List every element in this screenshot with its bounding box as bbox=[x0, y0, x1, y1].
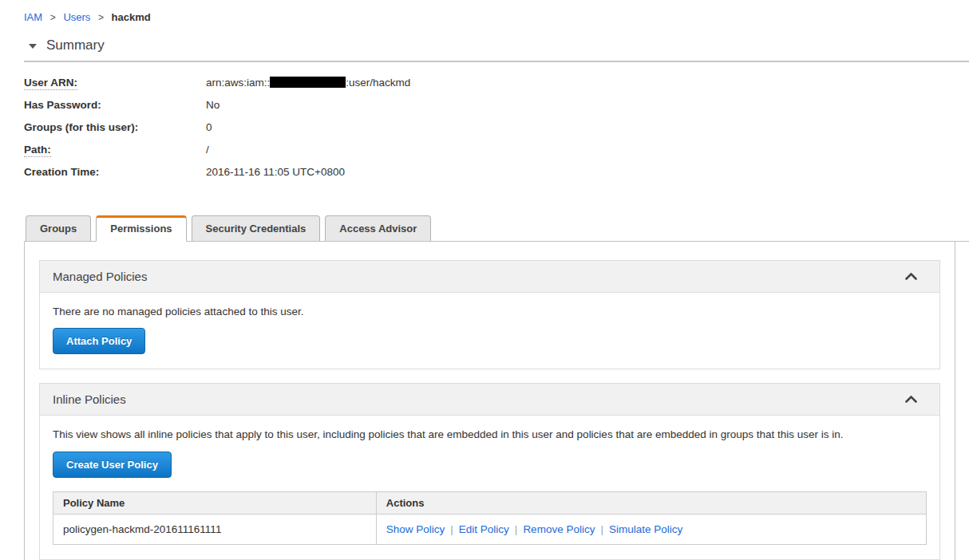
policy-name-column-header: Policy Name bbox=[53, 492, 377, 515]
breadcrumb-current-user: hackmd bbox=[112, 11, 151, 23]
show-policy-link[interactable]: Show Policy bbox=[386, 523, 445, 535]
inline-policies-header[interactable]: Inline Policies bbox=[40, 384, 939, 416]
breadcrumb-link-iam[interactable]: IAM bbox=[24, 11, 42, 23]
summary-row-creation-time: Creation Time: 2016-11-16 11:05 UTC+0800 bbox=[24, 161, 969, 183]
managed-policies-title: Managed Policies bbox=[53, 270, 147, 283]
breadcrumb-separator: > bbox=[50, 12, 56, 23]
summary-row-groups: Groups (for this user): 0 bbox=[24, 116, 969, 139]
tab-permissions[interactable]: Permissions bbox=[96, 215, 186, 242]
tab-bar: Groups Permissions Security Credentials … bbox=[24, 215, 969, 242]
summary-fields: User ARN: arn:aws:iam:::user/hackmd Has … bbox=[24, 72, 969, 183]
simulate-policy-link[interactable]: Simulate Policy bbox=[609, 523, 682, 535]
summary-row-user-arn: User ARN: arn:aws:iam:::user/hackmd bbox=[24, 72, 969, 94]
actions-cell: Show Policy|Edit Policy|Remove Policy|Si… bbox=[376, 515, 926, 545]
managed-policies-header[interactable]: Managed Policies bbox=[40, 261, 939, 293]
inline-policies-body: This view shows all inline policies that… bbox=[40, 416, 939, 559]
table-header-row: Policy Name Actions bbox=[53, 492, 927, 515]
managed-policies-empty-text: There are no managed policies attached t… bbox=[53, 306, 927, 317]
summary-row-has-password: Has Password: No bbox=[24, 94, 969, 116]
has-password-label: Has Password: bbox=[24, 99, 101, 111]
breadcrumb: IAM > Users > hackmd bbox=[0, 0, 969, 23]
tab-access-advisor[interactable]: Access Advisor bbox=[325, 215, 431, 241]
remove-policy-link[interactable]: Remove Policy bbox=[523, 523, 595, 535]
policy-name-cell: policygen-hackmd-201611161111 bbox=[53, 515, 377, 545]
table-row: policygen-hackmd-201611161111 Show Polic… bbox=[53, 515, 927, 545]
edit-policy-link[interactable]: Edit Policy bbox=[459, 523, 509, 535]
attach-policy-button[interactable]: Attach Policy bbox=[53, 328, 145, 354]
create-user-policy-button[interactable]: Create User Policy bbox=[53, 452, 172, 478]
user-arn-label: User ARN: bbox=[24, 77, 77, 90]
summary-toggle[interactable]: Summary bbox=[24, 37, 168, 53]
creation-time-label: Creation Time: bbox=[24, 166, 99, 178]
managed-policies-section: Managed Policies There are no managed po… bbox=[39, 260, 940, 369]
redacted-account-id bbox=[270, 77, 346, 88]
summary-divider bbox=[24, 61, 969, 62]
has-password-value: No bbox=[206, 94, 220, 116]
inline-policies-section: Inline Policies This view shows all inli… bbox=[39, 383, 940, 560]
chevron-up-icon[interactable] bbox=[905, 273, 917, 280]
path-label: Path: bbox=[24, 144, 51, 157]
creation-time-value: 2016-11-16 11:05 UTC+0800 bbox=[206, 161, 345, 183]
groups-count-label: Groups (for this user): bbox=[24, 121, 138, 133]
groups-count-value: 0 bbox=[206, 116, 212, 139]
chevron-up-icon[interactable] bbox=[905, 396, 917, 403]
permissions-tab-panel: Managed Policies There are no managed po… bbox=[24, 242, 955, 560]
inline-policies-table: Policy Name Actions policygen-hackmd-201… bbox=[53, 491, 927, 545]
path-value: / bbox=[206, 139, 209, 161]
user-arn-value: arn:aws:iam:::user/hackmd bbox=[206, 72, 410, 94]
actions-column-header: Actions bbox=[376, 492, 926, 515]
inline-policies-description: This view shows all inline policies that… bbox=[53, 428, 927, 440]
managed-policies-body: There are no managed policies attached t… bbox=[40, 293, 939, 369]
link-separator: | bbox=[600, 523, 603, 535]
caret-down-icon bbox=[29, 44, 37, 49]
tab-security-credentials[interactable]: Security Credentials bbox=[192, 215, 321, 241]
link-separator: | bbox=[515, 523, 518, 535]
breadcrumb-separator: > bbox=[98, 12, 104, 23]
link-separator: | bbox=[450, 523, 453, 535]
tab-groups[interactable]: Groups bbox=[26, 215, 91, 241]
inline-policies-title: Inline Policies bbox=[53, 392, 126, 406]
breadcrumb-link-users[interactable]: Users bbox=[63, 11, 90, 23]
summary-title: Summary bbox=[46, 37, 105, 53]
summary-row-path: Path: / bbox=[24, 139, 969, 161]
